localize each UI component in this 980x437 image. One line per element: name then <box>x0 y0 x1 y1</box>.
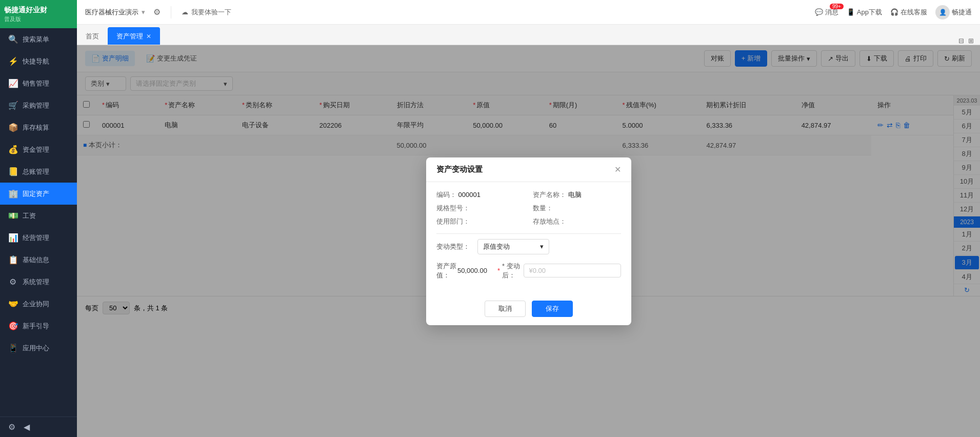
online-service-button[interactable]: 🎧 在线客服 <box>890 8 927 17</box>
app-center-icon: 📱 <box>8 343 17 353</box>
app-download-label: App下载 <box>857 8 882 17</box>
sidebar-item-label: 系统管理 <box>23 277 49 287</box>
notification-badge: 99+ <box>830 4 844 9</box>
minimize-icon[interactable]: ⊟ <box>958 37 964 45</box>
modal-body: 编码： 000001 资产名称： 电脑 规格型号： 数量： <box>426 182 631 295</box>
sidebar-item-label: 总账管理 <box>23 167 49 176</box>
sidebar-item-inventory[interactable]: 📦 库存核算 <box>0 116 77 138</box>
modal-code-field: 编码： 000001 <box>436 190 525 200</box>
funds-icon: 💰 <box>8 145 17 154</box>
sidebar-item-operations[interactable]: 📊 经营管理 <box>0 227 77 249</box>
modal-location-label: 存放地点： <box>533 217 566 226</box>
tab-home[interactable]: 首页 <box>77 27 108 45</box>
mobile-icon: 📱 <box>847 8 855 16</box>
ledger-icon: 📒 <box>8 167 17 176</box>
fixed-assets-icon: 🏢 <box>8 189 17 198</box>
payroll-icon: 💵 <box>8 211 17 221</box>
change-type-value: 原值变动 <box>483 242 510 251</box>
sidebar-item-collab[interactable]: 🤝 企业协同 <box>0 293 77 315</box>
operations-icon: 📊 <box>8 233 17 243</box>
modal-footer: 取消 保存 <box>426 295 631 325</box>
modal-name-label: 资产名称： <box>533 190 566 200</box>
tab-close-icon[interactable]: ✕ <box>146 33 151 40</box>
modal-overlay: 资产变动设置 ✕ 编码： 000001 资产名称： 电脑 <box>77 45 980 437</box>
chevron-down-icon: ▾ <box>540 243 544 250</box>
sidebar-item-ledger[interactable]: 📒 总账管理 <box>0 161 77 183</box>
tab-assets[interactable]: 资产管理 ✕ <box>108 27 160 45</box>
sidebar-item-payroll[interactable]: 💵 工资 <box>0 205 77 227</box>
settings-icon[interactable]: ⚙ <box>8 422 15 432</box>
search-icon: 🔍 <box>8 34 17 44</box>
modal-spec-field: 规格型号： <box>436 204 525 213</box>
modal-department-label: 使用部门： <box>436 217 470 226</box>
main: 医疗器械行业演示 ▾ ⚙ ☁ 我要体验一下 💬 消息 99+ 📱 App下载 🎧… <box>77 0 980 437</box>
sidebar-item-sales[interactable]: 📈 销售管理 <box>0 72 77 94</box>
avatar: 👤 <box>935 5 950 19</box>
sidebar-item-label: 库存核算 <box>23 123 49 132</box>
online-service-label: 在线客服 <box>901 8 927 17</box>
collab-icon: 🤝 <box>8 299 17 309</box>
modal-quantity-label: 数量： <box>533 204 553 213</box>
sidebar-item-search[interactable]: 🔍 搜索菜单 <box>0 28 77 50</box>
sidebar-item-app-center[interactable]: 📱 应用中心 <box>0 337 77 359</box>
modal-original-value-field: 资产原值： 50,000.00 * * 变动后： <box>436 262 621 280</box>
user-menu[interactable]: 👤 畅捷通 <box>935 5 972 19</box>
modal-spec-label: 规格型号： <box>436 204 470 213</box>
modal-name-field: 资产名称： 电脑 <box>533 190 621 200</box>
modal-department-field: 使用部门： <box>436 217 525 226</box>
sidebar-item-label: 销售管理 <box>23 79 49 88</box>
notification-button[interactable]: 💬 消息 99+ <box>815 8 838 17</box>
sidebar-item-label: 工资 <box>23 211 36 221</box>
content-area: 📄 资产明细 📝 变更生成凭证 对账 + 新增 批量操作 ▾ ↗ <box>77 45 980 437</box>
sidebar-item-system[interactable]: ⚙ 系统管理 <box>0 271 77 293</box>
collapse-icon[interactable]: ◀ <box>24 422 30 432</box>
modal-divider <box>436 233 621 234</box>
headset-icon: 🎧 <box>890 8 898 16</box>
sidebar-item-label: 资金管理 <box>23 145 49 154</box>
settings-gear-icon[interactable]: ⚙ <box>153 7 161 17</box>
inventory-icon: 📦 <box>8 123 17 132</box>
sidebar-item-label: 基础信息 <box>23 255 49 265</box>
save-button[interactable]: 保存 <box>532 301 573 317</box>
purchase-icon: 🛒 <box>8 101 17 110</box>
sidebar-item-label: 新手引导 <box>23 322 49 331</box>
cancel-button[interactable]: 取消 <box>485 301 526 317</box>
modal-name-value: 电脑 <box>568 190 582 200</box>
sidebar-item-guide[interactable]: 🎯 新手引导 <box>0 315 77 337</box>
modal-change-type-select[interactable]: 原值变动 ▾ <box>477 239 549 254</box>
basic-info-icon: 📋 <box>8 255 17 265</box>
sidebar-item-basic-info[interactable]: 📋 基础信息 <box>0 249 77 271</box>
company-selector[interactable]: 医疗器械行业演示 ▾ <box>85 8 145 17</box>
sidebar-item-label: 搜索菜单 <box>23 35 49 44</box>
tab-home-label: 首页 <box>86 32 99 41</box>
required-star: * <box>497 267 500 274</box>
topbar-divider <box>171 6 171 18</box>
modal-location-field: 存放地点： <box>533 217 621 226</box>
sidebar-item-quicknav[interactable]: ⚡ 快捷导航 <box>0 50 77 72</box>
sidebar-item-label: 采购管理 <box>23 101 49 110</box>
modal-header: 资产变动设置 ✕ <box>426 157 631 182</box>
app-download-button[interactable]: 📱 App下载 <box>847 8 882 17</box>
guide-icon: 🎯 <box>8 321 17 331</box>
after-change-input[interactable] <box>524 264 621 277</box>
experience-button[interactable]: ☁ 我要体验一下 <box>182 8 231 17</box>
cloud-icon: ☁ <box>182 8 188 16</box>
sidebar-item-label: 企业协同 <box>23 300 49 309</box>
topbar-right: 💬 消息 99+ 📱 App下载 🎧 在线客服 👤 畅捷通 <box>815 5 972 19</box>
sidebar-item-label: 应用中心 <box>23 344 49 353</box>
maximize-icon[interactable]: ⊞ <box>968 37 974 45</box>
sidebar-item-funds[interactable]: 💰 资金管理 <box>0 138 77 161</box>
company-name: 医疗器械行业演示 <box>85 8 138 17</box>
asset-change-modal: 资产变动设置 ✕ 编码： 000001 资产名称： 电脑 <box>426 157 631 325</box>
topbar: 医疗器械行业演示 ▾ ⚙ ☁ 我要体验一下 💬 消息 99+ 📱 App下载 🎧… <box>77 0 980 25</box>
sidebar-item-fixed-assets[interactable]: 🏢 固定资产 <box>0 183 77 205</box>
modal-close-button[interactable]: ✕ <box>614 165 621 174</box>
username: 畅捷通 <box>952 8 972 17</box>
sidebar-scroll: 🔍 搜索菜单 ⚡ 快捷导航 📈 销售管理 🛒 采购管理 📦 库存核算 💰 资金管… <box>0 28 77 416</box>
modal-info-grid: 编码： 000001 资产名称： 电脑 规格型号： 数量： <box>436 190 621 226</box>
sidebar: 畅捷通好业财 普及版 🔍 搜索菜单 ⚡ 快捷导航 📈 销售管理 🛒 采购管理 📦… <box>0 0 77 437</box>
sidebar-item-purchase[interactable]: 🛒 采购管理 <box>0 94 77 116</box>
tabbar: 首页 资产管理 ✕ ⊟ ⊞ <box>77 25 980 45</box>
bell-icon: 💬 <box>815 8 823 16</box>
modal-change-type-field: 变动类型： 原值变动 ▾ <box>436 239 621 254</box>
